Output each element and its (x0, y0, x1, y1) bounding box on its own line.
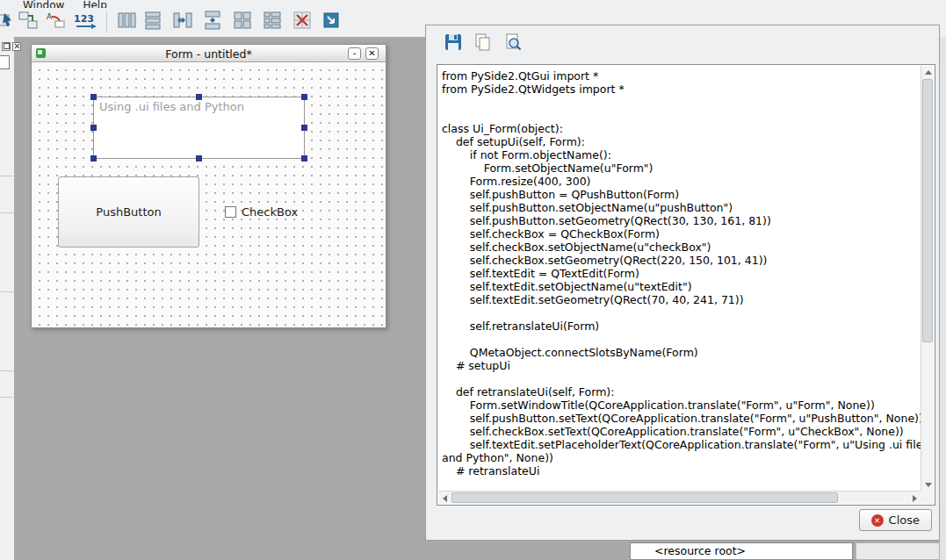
qt-designer-app: Window Help A 123 (0, 0, 946, 560)
horizontal-scrollbar[interactable] (438, 491, 921, 504)
vertical-scrollbar[interactable] (921, 66, 934, 491)
minimize-button[interactable]: - (348, 47, 361, 60)
code-text[interactable]: from PySide2.QtGui import * from PySide2… (438, 66, 921, 491)
lay-out-in-grid-button[interactable] (230, 10, 255, 34)
save-button[interactable] (442, 32, 464, 54)
dock-divider (0, 370, 14, 371)
checkbox-indicator[interactable] (225, 206, 236, 218)
dialog-close-label: Close (889, 513, 920, 527)
selection-handle-bottom-mid[interactable] (196, 155, 202, 162)
edit-buddies-icon: A (45, 10, 66, 34)
form-window: Form - untitled* - ✕ Using .ui files and… (31, 44, 386, 328)
svg-text:A: A (47, 12, 53, 21)
lay-out-horizontally-in-splitter-button[interactable] (170, 10, 195, 34)
dialog-close-icon: ✕ (871, 514, 884, 527)
scroll-up-icon[interactable] (921, 66, 935, 78)
dock-divider (0, 397, 14, 398)
widget-box-dock (0, 37, 15, 560)
break-layout-button[interactable] (290, 10, 314, 34)
selection-handle-bottom-left[interactable] (90, 155, 97, 162)
designed-checkbox[interactable]: CheckBox (225, 194, 314, 230)
menu-help[interactable]: Help (83, 0, 106, 8)
lay-out-vertically-icon (142, 10, 163, 34)
selection-handle-mid-right[interactable] (301, 125, 307, 131)
designed-pushbutton[interactable]: PushButton (58, 176, 199, 248)
textedit-placeholder: Using .ui files and Python (94, 97, 304, 116)
menu-window[interactable]: Window (23, 0, 64, 8)
dock-float-button[interactable] (2, 42, 11, 51)
scroll-left-icon[interactable] (438, 492, 451, 505)
selection-handle-mid-left[interactable] (90, 125, 97, 131)
widget-filter-input[interactable] (0, 55, 10, 69)
selection-handle-top-mid[interactable] (196, 94, 202, 100)
edit-widgets-icon (0, 10, 15, 34)
tab-order-123-text: 123 (74, 13, 94, 25)
view-python-code-dialog: from PySide2.QtGui import * from PySide2… (425, 25, 940, 541)
dock-divider (0, 176, 14, 176)
form-canvas[interactable]: Using .ui files and Python PushButton Ch… (32, 62, 386, 327)
lay-out-in-form-layout-button[interactable] (260, 10, 285, 34)
break-layout-icon (292, 10, 313, 34)
vertical-scrollbar-thumb[interactable] (922, 79, 933, 342)
lay-out-vertically-in-splitter-button[interactable] (200, 10, 225, 34)
lay-out-vertically-in-splitter-icon (202, 10, 223, 34)
edit-buddies-button[interactable]: A (43, 10, 68, 34)
dock-divider (0, 291, 14, 292)
scroll-down-icon[interactable] (921, 478, 935, 491)
selection-handle-top-left[interactable] (90, 94, 97, 100)
resource-browser-panel: <resource root> (630, 542, 853, 560)
menubar: Window Help (0, 0, 946, 8)
lay-out-horizontally-button[interactable] (114, 10, 139, 34)
selection-handle-bottom-right[interactable] (301, 155, 307, 162)
edit-signals-slots-icon (18, 10, 39, 34)
dock-divider (0, 212, 14, 213)
right-edge-panel (940, 37, 946, 560)
form-window-titlebar[interactable]: Form - untitled* - ✕ (32, 45, 386, 62)
dock-close-icon[interactable] (12, 42, 21, 51)
copy-icon (473, 32, 493, 55)
lay-out-horizontally-icon (116, 10, 137, 34)
save-icon (444, 32, 463, 55)
lay-out-vertically-button[interactable] (141, 10, 165, 34)
horizontal-scrollbar-thumb[interactable] (451, 492, 838, 503)
edit-widgets-button[interactable] (0, 10, 17, 34)
toolbar-separator (106, 11, 107, 32)
edit-tab-order-button[interactable]: 123 (70, 10, 100, 34)
dialog-close-button[interactable]: ✕ Close (859, 509, 932, 531)
lay-out-in-grid-icon (232, 10, 253, 34)
lay-out-in-form-layout-icon (262, 10, 283, 34)
resource-root-item[interactable]: <resource root> (631, 543, 852, 559)
find-button[interactable] (502, 32, 524, 54)
selection-handle-top-right[interactable] (301, 94, 307, 100)
code-dialog-toolbar (442, 32, 524, 54)
checkbox-label: CheckBox (242, 205, 298, 219)
scroll-right-icon[interactable] (908, 492, 921, 505)
adjust-size-button[interactable] (319, 10, 343, 34)
form-window-title: Form - untitled* (32, 47, 386, 61)
resource-browser-side-panel (856, 542, 940, 560)
close-button[interactable]: ✕ (365, 47, 379, 60)
lay-out-horizontally-in-splitter-icon (172, 10, 193, 34)
designed-textedit[interactable]: Using .ui files and Python (93, 97, 305, 159)
find-icon (503, 32, 523, 55)
edit-tab-order-icon: 123 (72, 10, 98, 34)
pushbutton-label: PushButton (96, 205, 161, 219)
adjust-size-icon (321, 10, 342, 34)
edit-signals-slots-button[interactable] (16, 10, 40, 34)
copy-button[interactable] (472, 32, 494, 54)
scrollbar-corner (921, 491, 934, 504)
code-view[interactable]: from PySide2.QtGui import * from PySide2… (437, 64, 935, 506)
